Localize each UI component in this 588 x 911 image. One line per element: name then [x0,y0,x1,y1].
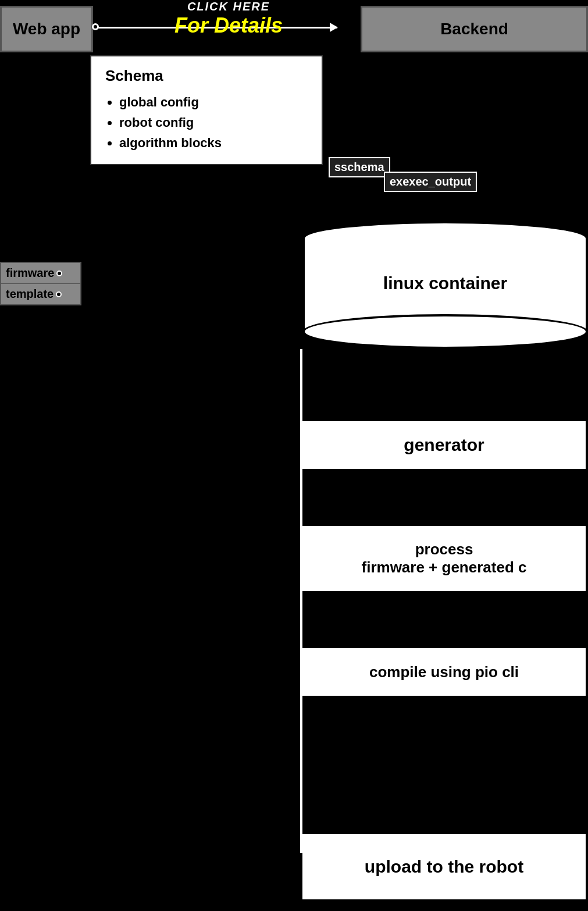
web-app-box: Web app [0,6,93,52]
backend-label: Backend [440,20,508,38]
linux-container-label: linux container [302,273,588,293]
firmware-row: firmware [1,263,80,284]
click-here-top-text: CLICK HERE [174,0,283,13]
schema-item-algorithm-blocks: algorithm blocks [119,133,308,153]
template-dot [56,291,62,297]
process-line1: process [415,540,473,558]
process-firmware-box: process firmware + generated c [302,524,588,593]
upload-box: upload to the robot [302,832,588,902]
process-label: process firmware + generated c [357,536,532,581]
schema-item-global-config: global config [119,92,308,112]
schema-item-robot-config: robot config [119,112,308,133]
compile-box: compile using pio cli [302,646,588,698]
cylinder-bottom [302,314,588,349]
generator-label: generator [404,435,484,455]
exexec-output-label: exexec_output [384,172,477,192]
linux-container: linux container [302,221,588,349]
template-row: template [1,284,80,304]
compile-label: compile using pio cli [369,663,519,681]
template-label: template [6,287,54,301]
upload-label: upload to the robot [365,857,523,877]
firmware-dot [56,271,62,276]
firmware-label: firmware [6,266,54,280]
schema-list: global config robot config algorithm blo… [105,92,308,154]
process-line2: firmware + generated c [362,558,527,576]
generator-box: generator [302,419,588,471]
web-app-connector-dot [92,23,99,30]
click-here-bottom-text: For Details [174,13,283,38]
backend-box: Backend [361,6,588,52]
web-app-label: Web app [13,20,80,38]
sschema-label: sschema [329,157,390,177]
schema-title: Schema [105,67,308,85]
schema-popup: Schema global config robot config algori… [90,55,323,165]
diagram-container: Web app CLICK HERE For Details Backend S… [0,0,588,911]
click-here-label[interactable]: CLICK HERE For Details [174,0,283,38]
firmware-template-box: firmware template [0,262,81,305]
